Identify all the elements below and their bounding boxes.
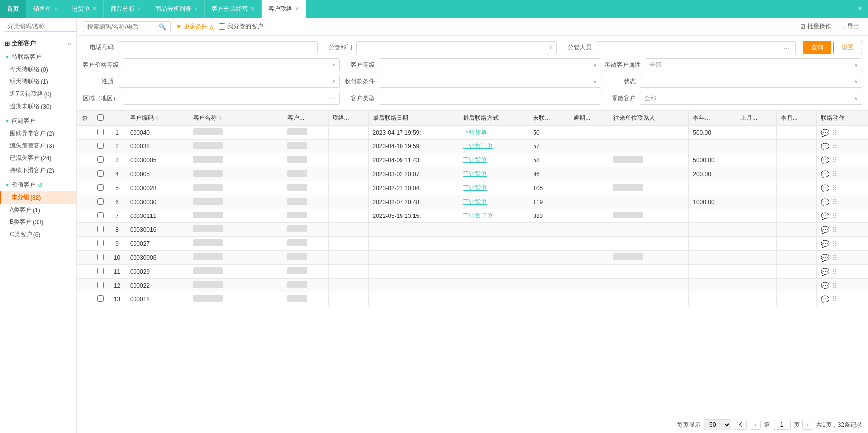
row-checkbox-2[interactable]: [97, 156, 104, 163]
window-close-btn[interactable]: ×: [852, 4, 868, 13]
row-link-4[interactable]: 下销货单: [463, 184, 487, 191]
tab-customer-contact-close[interactable]: ×: [295, 5, 299, 12]
action-more-icon-12[interactable]: ⠿: [832, 295, 837, 303]
value-customers-title[interactable]: ▼ 价值客户 ↺: [0, 179, 76, 191]
action-chat-icon-6[interactable]: 💬: [821, 212, 829, 220]
status-select[interactable]: ∨: [640, 75, 862, 88]
tab-sales-close[interactable]: ×: [54, 5, 58, 12]
all-customers-header[interactable]: ⊞ 全部客户 «: [0, 35, 76, 50]
row-link-3[interactable]: 下销货单: [463, 170, 487, 177]
payment-select[interactable]: ∨: [379, 75, 601, 88]
sidebar-item-group-c[interactable]: C类客户 (6): [0, 228, 76, 241]
action-chat-icon-4[interactable]: 💬: [821, 184, 829, 192]
sidebar-search-input[interactable]: [4, 21, 77, 32]
row-link-0[interactable]: 下销货单: [463, 129, 487, 136]
action-chat-icon-11[interactable]: 💬: [821, 282, 829, 289]
action-more-icon-3[interactable]: ⠿: [832, 170, 837, 178]
price-level-select[interactable]: ∨: [123, 58, 340, 71]
tab-analysis-list[interactable]: 商品分析列表 ×: [148, 0, 205, 18]
action-more-icon-1[interactable]: ⠿: [832, 143, 837, 150]
sidebar-item-week[interactable]: 近7天待联络 (0): [0, 88, 76, 100]
sidebar-item-overdue[interactable]: 逾期未联络 (30): [0, 100, 76, 113]
tab-purchase[interactable]: 进货单 ×: [65, 0, 104, 18]
action-more-icon-10[interactable]: ⠿: [832, 268, 837, 276]
per-page-select[interactable]: 50 100 200: [704, 419, 731, 430]
sidebar-item-lost[interactable]: 已流失客户 (24): [0, 152, 76, 164]
action-more-icon-7[interactable]: ⠿: [832, 226, 837, 234]
row-link-2[interactable]: 下销货单: [463, 156, 487, 163]
phone-input[interactable]: [118, 41, 318, 54]
tab-analysis-close[interactable]: ×: [137, 5, 141, 12]
name-sort-icon[interactable]: ⇅: [218, 116, 222, 121]
export-btn[interactable]: ↓ 导出: [839, 21, 862, 32]
action-more-icon-8[interactable]: ⠿: [832, 240, 837, 248]
tab-analysis-list-close[interactable]: ×: [194, 5, 198, 12]
action-more-icon-11[interactable]: ⠿: [832, 282, 837, 289]
first-page-btn[interactable]: K: [734, 420, 747, 430]
code-sort-icon[interactable]: ⇅: [155, 116, 159, 121]
tab-customer-tier-close[interactable]: ×: [251, 5, 254, 12]
action-more-icon-4[interactable]: ⠿: [832, 184, 837, 192]
region-dots[interactable]: ···: [326, 94, 335, 102]
sidebar-item-tomorrow[interactable]: 明天待联络 (1): [0, 75, 76, 88]
row-checkbox-5[interactable]: [97, 198, 104, 205]
row-link-6[interactable]: 下销售订单: [463, 212, 493, 219]
row-checkbox-7[interactable]: [97, 226, 104, 232]
region-select[interactable]: ···: [123, 92, 340, 105]
problem-customers-title[interactable]: ▼ 问题客户: [0, 115, 76, 127]
pending-contact-group-title[interactable]: ▼ 待联络客户: [0, 51, 76, 63]
action-chat-icon-5[interactable]: 💬: [821, 198, 829, 206]
next-page-btn[interactable]: ›: [802, 420, 813, 430]
customer-level-select[interactable]: ∨: [379, 58, 601, 71]
action-more-icon-5[interactable]: ⠿: [832, 198, 837, 206]
tab-analysis[interactable]: 商品分析 ×: [104, 0, 148, 18]
collapse-icon[interactable]: «: [68, 40, 71, 47]
manager-select[interactable]: ···: [596, 41, 796, 54]
tab-home[interactable]: 首页: [0, 0, 26, 18]
customer-type-select[interactable]: [379, 92, 601, 105]
action-more-icon-2[interactable]: ⠿: [832, 156, 837, 164]
row-checkbox-4[interactable]: [97, 184, 104, 191]
search-icon[interactable]: 🔍: [159, 23, 166, 30]
action-chat-icon-7[interactable]: 💬: [821, 226, 829, 234]
sidebar-item-today[interactable]: 今天待联络 (0): [0, 63, 76, 75]
sidebar-item-ungrouped[interactable]: 未分组 (32): [0, 191, 76, 204]
action-chat-icon-8[interactable]: 💬: [821, 240, 829, 248]
more-conditions-btn[interactable]: ▼ 更多条件 ∧: [176, 22, 214, 31]
action-chat-icon-10[interactable]: 💬: [821, 268, 829, 276]
row-checkbox-3[interactable]: [97, 170, 104, 177]
tab-purchase-close[interactable]: ×: [93, 5, 96, 12]
sidebar-item-group-b[interactable]: B类客户 (33): [0, 216, 76, 228]
search-input[interactable]: [87, 23, 157, 30]
prev-page-btn[interactable]: ‹: [750, 420, 761, 430]
action-chat-icon-0[interactable]: 💬: [821, 129, 829, 137]
sidebar-item-group-a[interactable]: A类客户 (1): [0, 204, 76, 216]
action-more-icon-9[interactable]: ⠿: [832, 254, 837, 262]
row-checkbox-0[interactable]: [97, 129, 104, 135]
row-checkbox-6[interactable]: [97, 212, 104, 218]
query-btn[interactable]: 查询: [803, 41, 831, 54]
tab-customer-tier[interactable]: 客户分层经营 ×: [205, 0, 262, 18]
action-chat-icon-9[interactable]: 💬: [821, 254, 829, 262]
tab-sales[interactable]: 销售单 ×: [26, 0, 65, 18]
row-checkbox-8[interactable]: [97, 240, 104, 246]
row-checkbox-12[interactable]: [97, 295, 104, 302]
manager-dots[interactable]: ···: [781, 44, 791, 52]
row-checkbox-11[interactable]: [97, 282, 104, 288]
my-customers-check[interactable]: [219, 23, 225, 30]
action-more-icon-0[interactable]: ⠿: [832, 129, 837, 137]
action-chat-icon-2[interactable]: 💬: [821, 156, 829, 164]
settings-icon[interactable]: ⚙: [82, 114, 88, 122]
zero-attr-select[interactable]: 全部 ∨: [645, 58, 862, 71]
action-chat-icon-1[interactable]: 💬: [821, 143, 829, 150]
row-checkbox-10[interactable]: [97, 268, 104, 274]
reset-btn[interactable]: 设置: [833, 41, 862, 54]
action-chat-icon-3[interactable]: 💬: [821, 170, 829, 178]
action-more-icon-6[interactable]: ⠿: [832, 212, 837, 220]
refresh-icon[interactable]: ↺: [38, 182, 43, 189]
row-checkbox-1[interactable]: [97, 143, 104, 149]
row-link-1[interactable]: 下销售订单: [463, 143, 493, 149]
row-link-5[interactable]: 下销货单: [463, 198, 487, 205]
row-checkbox-9[interactable]: [97, 254, 104, 260]
dept-select[interactable]: ∨: [356, 41, 556, 54]
